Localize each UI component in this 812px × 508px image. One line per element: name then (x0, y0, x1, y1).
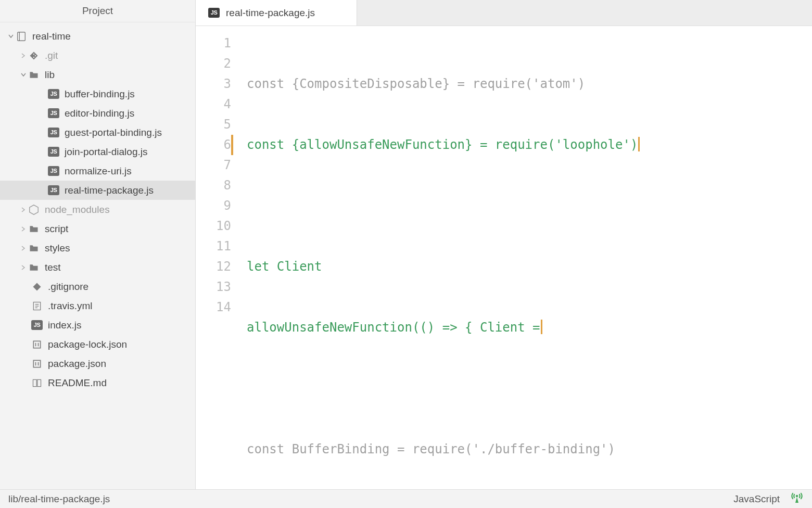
tree-label: .git (45, 50, 58, 61)
status-bar: lib/real-time-package.js JavaScript (0, 489, 812, 508)
json-icon (31, 358, 43, 370)
chevron-right-icon[interactable] (19, 207, 28, 212)
tree-label: editor-binding.js (65, 108, 134, 119)
tab-active[interactable]: JS real-time-package.js (196, 0, 357, 26)
tree-file[interactable]: JS join-portal-dialog.js (0, 142, 195, 161)
tree-file-package-lock[interactable]: package-lock.json (0, 335, 195, 354)
tree-root[interactable]: real-time (0, 27, 195, 46)
code-line-4: let Client (247, 259, 322, 274)
book-icon (31, 377, 43, 389)
code-line-7: const BufferBinding = require('./buffer-… (247, 442, 615, 456)
tree-label: package-lock.json (48, 339, 127, 350)
tree-folder-test[interactable]: test (0, 258, 195, 277)
file-tree: real-time .git lib (0, 22, 195, 489)
tree-file[interactable]: JS buffer-binding.js (0, 84, 195, 104)
tree-file-gitignore[interactable]: .gitignore (0, 277, 195, 296)
code-line-2: const {allowUnsafeNewFunction} = require… (247, 137, 638, 152)
tree-file[interactable]: JS editor-binding.js (0, 104, 195, 123)
js-icon: JS (48, 166, 59, 177)
tree-file-package-json[interactable]: package.json (0, 354, 195, 373)
chevron-right-icon[interactable] (19, 53, 28, 58)
folder-icon (28, 223, 40, 235)
svg-point-7 (796, 495, 798, 497)
tree-label: guest-portal-binding.js (65, 127, 162, 138)
tree-label: styles (45, 243, 70, 254)
code-line-1: const {CompositeDisposable} = require('a… (247, 77, 585, 91)
chevron-right-icon[interactable] (19, 246, 28, 251)
svg-point-1 (33, 53, 34, 54)
tree-root-label: real-time (32, 31, 71, 42)
folder-icon (28, 69, 40, 81)
tree-label: node_modules (45, 204, 110, 215)
sidebar-title: Project (0, 0, 195, 22)
editor-area: JS real-time-package.js 1 2 3 4 5 6 7 8 … (196, 0, 812, 489)
tree-label: join-portal-dialog.js (65, 146, 147, 158)
tree-label: README.md (48, 377, 107, 389)
tree-file-active[interactable]: JS real-time-package.js (0, 181, 195, 200)
svg-point-3 (35, 55, 36, 56)
tree-label: real-time-package.js (65, 185, 154, 196)
tree-file-travis[interactable]: .travis.yml (0, 296, 195, 315)
code-content[interactable]: const {CompositeDisposable} = require('a… (247, 33, 812, 489)
tree-file[interactable]: JS guest-portal-binding.js (0, 123, 195, 142)
text-icon (31, 300, 43, 312)
js-icon: JS (48, 127, 59, 138)
repo-icon (16, 31, 27, 42)
tree-label: buffer-binding.js (65, 88, 135, 100)
chevron-right-icon[interactable] (19, 226, 28, 232)
folder-icon (28, 262, 40, 273)
node-icon (28, 204, 40, 215)
svg-rect-5 (33, 341, 40, 348)
git-icon (31, 281, 43, 293)
status-path[interactable]: lib/real-time-package.js (8, 493, 110, 505)
tree-folder-styles[interactable]: styles (0, 238, 195, 258)
chevron-down-icon[interactable] (6, 34, 16, 39)
remote-cursor-orange (541, 320, 542, 334)
tab-filename: real-time-package.js (226, 7, 315, 19)
tree-file-readme[interactable]: README.md (0, 373, 195, 392)
chevron-right-icon[interactable] (19, 265, 28, 270)
chevron-down-icon[interactable] (19, 72, 28, 78)
svg-point-2 (33, 56, 34, 57)
tree-label: package.json (48, 358, 106, 370)
tree-label: test (45, 262, 61, 273)
js-icon: JS (31, 320, 43, 331)
tree-label: lib (45, 69, 55, 81)
js-icon: JS (48, 185, 59, 196)
tree-label: script (45, 223, 68, 235)
remote-cursor-orange (638, 137, 640, 151)
tree-label: .travis.yml (48, 300, 93, 312)
tree-folder-script[interactable]: script (0, 219, 195, 238)
json-icon (31, 339, 43, 350)
status-language[interactable]: JavaScript (733, 493, 780, 505)
tree-file[interactable]: JS normalize-uri.js (0, 161, 195, 181)
tree-label: index.js (48, 320, 81, 331)
tree-label: normalize-uri.js (65, 166, 132, 177)
code-editor[interactable]: 1 2 3 4 5 6 7 8 9 10 11 12 13 14 const {… (196, 26, 812, 489)
js-icon: JS (48, 108, 59, 119)
tree-file-index[interactable]: JS index.js (0, 315, 195, 335)
code-line-5: allowUnsafeNewFunction(() => { Client = (247, 320, 540, 335)
tree-folder-lib[interactable]: lib (0, 65, 195, 84)
svg-rect-0 (18, 32, 26, 41)
tree-label: .gitignore (48, 281, 88, 293)
tab-bar: JS real-time-package.js (196, 0, 812, 26)
folder-icon (28, 243, 40, 254)
js-icon: JS (208, 7, 220, 19)
line-gutter: 1 2 3 4 5 6 7 8 9 10 11 12 13 14 (196, 33, 247, 489)
teletype-icon[interactable] (790, 491, 804, 506)
tree-folder-git[interactable]: .git (0, 46, 195, 65)
git-icon (28, 50, 40, 61)
js-icon: JS (48, 146, 59, 158)
project-sidebar: Project real-time .git (0, 0, 196, 489)
tree-folder-node-modules[interactable]: node_modules (0, 200, 195, 219)
svg-rect-6 (33, 360, 40, 367)
js-icon: JS (48, 88, 59, 100)
